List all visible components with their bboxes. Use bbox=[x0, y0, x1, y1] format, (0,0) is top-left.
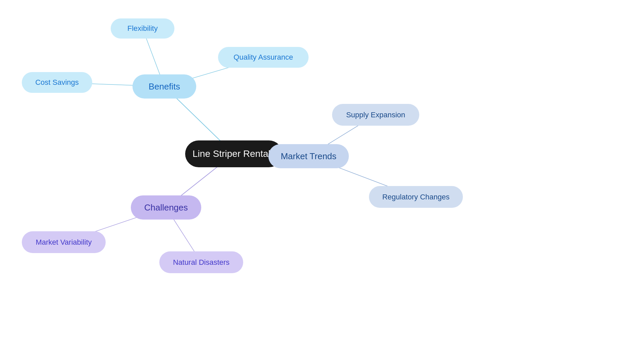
quality-assurance-label: Quality Assurance bbox=[233, 53, 293, 62]
market-variability-label: Market Variability bbox=[36, 238, 92, 247]
market-trends-label: Market Trends bbox=[281, 151, 336, 162]
challenges-label: Challenges bbox=[144, 202, 188, 213]
center-node[interactable]: Line Striper Rentals bbox=[185, 140, 282, 167]
market-trends-node[interactable]: Market Trends bbox=[268, 144, 349, 168]
market-variability-node[interactable]: Market Variability bbox=[22, 231, 106, 253]
benefits-label: Benefits bbox=[149, 81, 180, 92]
supply-expansion-label: Supply Expansion bbox=[346, 111, 405, 119]
benefits-node[interactable]: Benefits bbox=[132, 74, 196, 99]
flexibility-label: Flexibility bbox=[127, 24, 158, 33]
cost-savings-label: Cost Savings bbox=[35, 78, 79, 87]
challenges-node[interactable]: Challenges bbox=[131, 195, 201, 220]
natural-disasters-node[interactable]: Natural Disasters bbox=[159, 251, 243, 273]
regulatory-changes-label: Regulatory Changes bbox=[382, 193, 450, 201]
flexibility-node[interactable]: Flexibility bbox=[111, 18, 174, 39]
cost-savings-node[interactable]: Cost Savings bbox=[22, 72, 92, 93]
quality-assurance-node[interactable]: Quality Assurance bbox=[218, 47, 309, 68]
regulatory-changes-node[interactable]: Regulatory Changes bbox=[369, 186, 463, 208]
natural-disasters-label: Natural Disasters bbox=[173, 258, 230, 267]
center-label: Line Striper Rentals bbox=[193, 148, 275, 159]
supply-expansion-node[interactable]: Supply Expansion bbox=[332, 104, 419, 126]
